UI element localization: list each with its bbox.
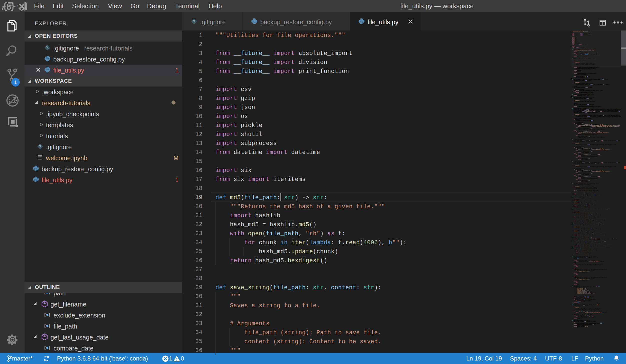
svg-text:+: + xyxy=(16,3,19,9)
